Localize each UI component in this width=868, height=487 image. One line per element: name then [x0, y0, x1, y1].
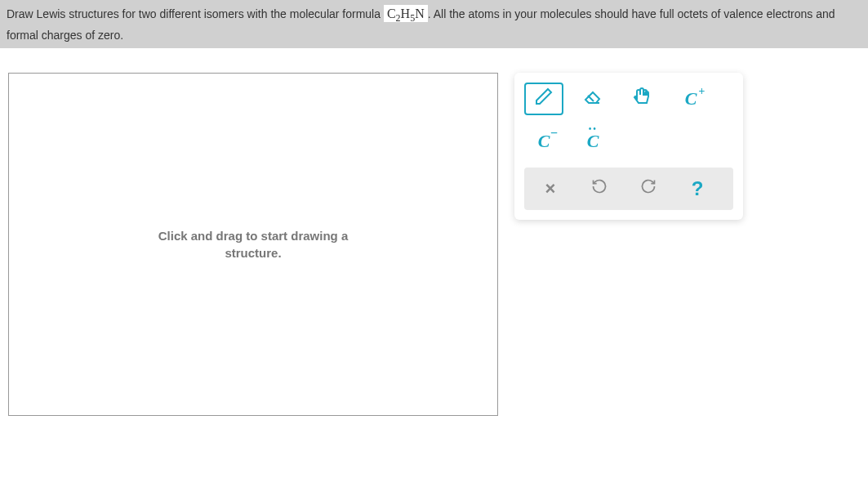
molecular-formula: C2H5N [384, 5, 428, 22]
redo-icon [640, 178, 657, 199]
help-button[interactable]: ? [678, 174, 717, 203]
pencil-tool[interactable] [524, 83, 563, 115]
close-icon: × [545, 178, 556, 199]
help-icon: ? [692, 177, 704, 200]
c-lone-pair-icon: ••C [587, 131, 599, 152]
charge-plus-tool[interactable]: C+ [671, 83, 710, 115]
pencil-icon [534, 87, 554, 110]
clear-button[interactable]: × [531, 174, 570, 203]
toolbar-bottom-row: × ? [524, 168, 733, 210]
c-minus-icon: C− [538, 131, 550, 152]
eraser-icon [583, 87, 603, 110]
drawing-canvas[interactable]: Click and drag to start drawing a struct… [8, 73, 498, 416]
lone-pair-tool[interactable]: ••C [573, 125, 612, 158]
drawing-toolbar: C+ C− ••C × [514, 73, 743, 220]
eraser-tool[interactable] [573, 83, 612, 115]
c-plus-icon: C+ [685, 88, 697, 109]
redo-button[interactable] [629, 174, 668, 203]
charge-minus-tool[interactable]: C− [524, 125, 563, 158]
hand-icon [632, 87, 652, 110]
undo-icon [591, 178, 608, 199]
question-text-before: Draw Lewis structures for two different … [7, 7, 384, 20]
hand-tool[interactable] [622, 83, 661, 115]
question-prompt: Draw Lewis structures for two different … [0, 0, 868, 48]
undo-button[interactable] [580, 174, 619, 203]
canvas-placeholder: Click and drag to start drawing a struct… [158, 227, 349, 261]
